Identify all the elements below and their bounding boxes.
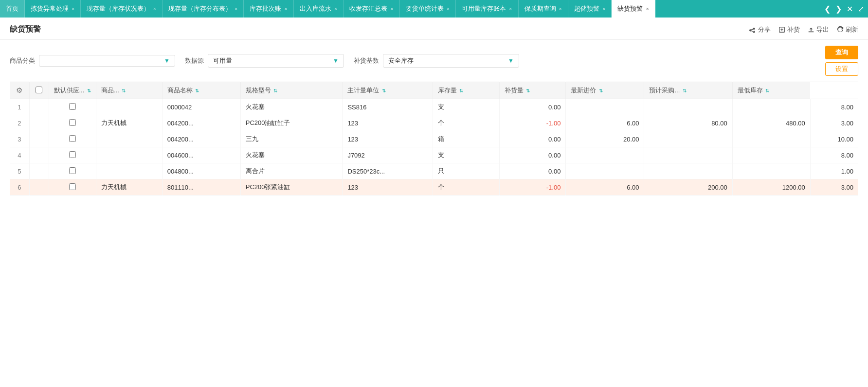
col-unit-header[interactable]: 主计量单位 ⇅: [343, 82, 433, 99]
row-spec: 123: [343, 115, 433, 131]
tab-flow[interactable]: 出入库流水 ×: [294, 0, 344, 18]
tab-demand-stat-close[interactable]: ×: [447, 6, 450, 12]
replenish-button[interactable]: 补货: [778, 25, 800, 34]
refresh-icon: [837, 26, 844, 33]
row-latest-price: [644, 147, 732, 163]
col-supplier-header[interactable]: 默认供应... ⇅: [49, 82, 96, 99]
select-all-checkbox[interactable]: [36, 87, 42, 93]
query-button[interactable]: 查询: [825, 46, 858, 59]
tab-inventory-status[interactable]: 现存量（库存状况表） ×: [81, 0, 162, 18]
row-min-stock: 3.00: [810, 115, 858, 131]
row-name: 三九: [240, 131, 343, 147]
col-est-purchase-header[interactable]: 预计采购... ⇅: [644, 82, 732, 99]
tab-expand-button[interactable]: ⤢: [856, 3, 866, 15]
col-code-header[interactable]: 商品... ⇅: [96, 82, 162, 99]
row-checkbox-cell[interactable]: [49, 147, 96, 163]
tab-overstock[interactable]: 超储预警 ×: [568, 0, 612, 18]
data-table: ⚙ 默认供应... ⇅ 商品... ⇅ 商品名称 ⇅: [10, 82, 858, 195]
col-stock-header[interactable]: 库存量 ⇅: [433, 82, 499, 99]
col-checkbox-header[interactable]: [29, 82, 49, 99]
row-checkbox-cell[interactable]: [49, 131, 96, 147]
row-checkbox-cell[interactable]: [49, 179, 96, 195]
tab-abnormal-close[interactable]: ×: [72, 6, 74, 12]
tab-demand-stat[interactable]: 要货单统计表 ×: [400, 0, 456, 18]
tab-inventory-dist[interactable]: 现存量（库存分布表） ×: [163, 0, 244, 18]
tab-shortage[interactable]: 缺货预警 ×: [612, 0, 655, 18]
share-label: 分享: [758, 25, 771, 34]
tab-inventory-status-close[interactable]: ×: [153, 6, 156, 12]
col-replenish-header[interactable]: 补货量 ⇅: [499, 82, 566, 99]
tab-expiry-query[interactable]: 保质期查询 ×: [519, 0, 568, 18]
tab-available-ledger[interactable]: 可用量库存账本 ×: [456, 0, 518, 18]
share-button[interactable]: 分享: [749, 25, 771, 34]
price-sort-icon: ⇅: [599, 88, 603, 93]
table-row: 5 004800... 离合片 DS250*23c... 只 0.00 1.00: [10, 163, 858, 179]
col-min-stock-header[interactable]: 最低库存 ⇅: [732, 82, 810, 99]
tab-receipt-summary[interactable]: 收发存汇总表 ×: [344, 0, 399, 18]
tab-batch-account[interactable]: 库存批次账 ×: [244, 0, 293, 18]
tab-close-all-button[interactable]: ✕: [845, 3, 855, 15]
category-chevron-icon: ▼: [164, 57, 170, 64]
tab-next-button[interactable]: ❯: [833, 3, 844, 15]
col-price-header[interactable]: 最新进价 ⇅: [566, 82, 644, 99]
page-title: 缺货预警: [10, 24, 41, 35]
row-checkbox[interactable]: [69, 167, 76, 174]
unit-sort-icon: ⇅: [382, 88, 386, 93]
tab-shortage-close[interactable]: ×: [646, 6, 649, 12]
tab-home-label: 首页: [6, 4, 18, 13]
tab-receipt-summary-close[interactable]: ×: [390, 6, 393, 12]
refresh-button[interactable]: 刷新: [837, 25, 858, 34]
row-checkbox-cell[interactable]: [49, 163, 96, 179]
tab-overstock-label: 超储预警: [574, 4, 599, 13]
row-checkbox[interactable]: [69, 135, 76, 142]
row-index: 5: [10, 163, 29, 179]
table-row: 1 0000042 火花塞 SS816 支 0.00 8.00: [10, 99, 858, 115]
datasource-select[interactable]: 可用量 ▼: [208, 54, 344, 68]
row-latest-price: [644, 131, 732, 147]
share-icon: [749, 26, 756, 33]
tab-home[interactable]: 首页: [0, 0, 25, 18]
tab-abnormal[interactable]: 拣货异常处理 ×: [25, 0, 81, 18]
row-min-stock: 8.00: [810, 99, 858, 115]
col-spec-header[interactable]: 规格型号 ⇅: [240, 82, 343, 99]
row-checkbox-cell[interactable]: [49, 115, 96, 131]
tab-batch-account-label: 库存批次账: [250, 4, 281, 13]
row-supplier: [96, 147, 162, 163]
row-supplier: [96, 163, 162, 179]
tab-available-ledger-label: 可用量库存账本: [462, 4, 506, 13]
tab-bar: 首页 拣货异常处理 × 现存量（库存状况表） × 现存量（库存分布表） × 库存…: [0, 0, 868, 18]
tab-available-ledger-close[interactable]: ×: [509, 6, 512, 12]
export-button[interactable]: 导出: [808, 25, 829, 34]
tab-inventory-status-label: 现存量（库存状况表）: [87, 4, 150, 13]
row-index: 4: [10, 147, 29, 163]
tab-flow-close[interactable]: ×: [334, 6, 337, 12]
col-code-label: 商品...: [101, 87, 119, 94]
row-est-purchase: [732, 147, 810, 163]
col-name-header[interactable]: 商品名称 ⇅: [162, 82, 240, 99]
row-index: 3: [10, 131, 29, 147]
row-stock: 0.00: [499, 99, 566, 115]
category-filter-group: 商品分类 ▼: [10, 55, 175, 67]
settings-button[interactable]: 设置: [825, 62, 858, 76]
row-index: 2: [10, 115, 29, 131]
replenish-base-select[interactable]: 安全库存 ▼: [383, 54, 519, 68]
row-checkbox[interactable]: [69, 119, 76, 126]
tab-inventory-dist-close[interactable]: ×: [235, 6, 237, 12]
category-select[interactable]: ▼: [39, 55, 175, 67]
col-settings-header[interactable]: ⚙: [10, 82, 29, 99]
col-replenish-label: 补货量: [505, 87, 524, 94]
table-row: 4 004600... 火花塞 J7092 支 0.00 8.00: [10, 147, 858, 163]
row-checkbox[interactable]: [69, 103, 76, 110]
datasource-label: 数据源: [185, 56, 204, 65]
row-index: 6: [10, 179, 29, 195]
tab-batch-account-close[interactable]: ×: [284, 6, 287, 12]
settings-gear-icon[interactable]: ⚙: [16, 86, 22, 94]
tab-prev-button[interactable]: ❮: [822, 3, 832, 15]
row-checkbox[interactable]: [69, 151, 76, 158]
tab-shortage-label: 缺货预警: [617, 4, 643, 13]
row-checkbox[interactable]: [69, 183, 76, 190]
tab-expiry-query-close[interactable]: ×: [559, 6, 562, 12]
tab-abnormal-label: 拣货异常处理: [31, 4, 69, 13]
row-checkbox-cell[interactable]: [49, 99, 96, 115]
tab-overstock-close[interactable]: ×: [602, 6, 605, 12]
